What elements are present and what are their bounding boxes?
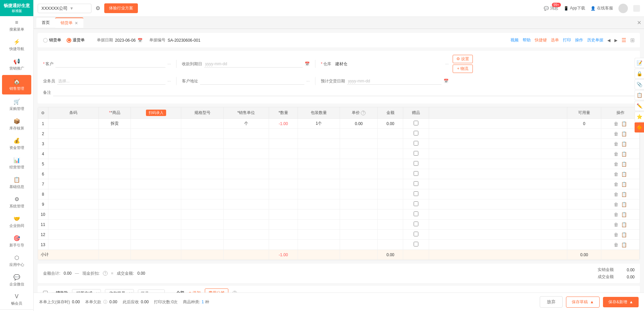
shortcut-link[interactable]: 快捷键 (535, 37, 547, 43)
cell-product[interactable] (99, 189, 130, 199)
draft-dropdown-icon[interactable]: ▲ (590, 300, 594, 304)
discount-help-icon[interactable]: ? (103, 271, 108, 276)
cell-pkg-qty[interactable] (298, 169, 340, 179)
cell-amount[interactable] (378, 189, 403, 199)
barcode-input[interactable] (63, 152, 83, 156)
customer-input[interactable] (55, 61, 165, 68)
barcode-input[interactable] (63, 172, 83, 177)
gift-checkbox[interactable] (414, 232, 418, 236)
cell-spec[interactable] (181, 169, 224, 179)
cell-amount[interactable] (378, 199, 403, 209)
cell-spec[interactable] (181, 230, 224, 240)
cell-pkg-qty[interactable] (298, 199, 340, 209)
cell-barcode[interactable] (48, 209, 99, 220)
cell-pkg-qty[interactable] (298, 149, 340, 159)
cell-qty[interactable]: -1.00 (269, 119, 298, 129)
copy-row-icon[interactable]: 📋 (620, 182, 628, 187)
sidebar-item-marketing[interactable]: 📢 营销推广 (0, 55, 33, 74)
cell-qty[interactable] (269, 149, 298, 159)
cell-qty[interactable] (269, 189, 298, 199)
cell-gift[interactable] (403, 129, 429, 139)
gift-checkbox[interactable] (414, 161, 418, 166)
cell-qty[interactable] (269, 139, 298, 149)
barcode-input[interactable] (63, 222, 83, 227)
calc-method-select[interactable]: 结算方式 (72, 289, 101, 293)
delete-row-icon[interactable]: 🗑 (613, 212, 619, 217)
cell-unit[interactable] (223, 189, 269, 199)
cell-price[interactable] (340, 220, 378, 230)
delete-row-icon[interactable]: 🗑 (613, 192, 619, 197)
cell-qty[interactable] (269, 209, 298, 220)
tab-home[interactable]: 首页 (36, 18, 55, 28)
gift-checkbox[interactable] (414, 191, 418, 196)
table-gear-icon[interactable]: ⚙ (41, 111, 45, 115)
barcode-input[interactable] (63, 232, 83, 237)
sidebar-item-wechat[interactable]: 💬 企业微信 (0, 271, 33, 290)
cell-spec[interactable] (181, 119, 224, 129)
delete-row-icon[interactable]: 🗑 (613, 222, 619, 227)
cell-pkg-qty[interactable] (298, 179, 340, 189)
cell-product[interactable] (99, 240, 130, 250)
cell-gift[interactable] (403, 209, 429, 220)
cell-barcode[interactable] (48, 179, 99, 189)
salesperson-more-icon[interactable]: ··· (167, 79, 171, 83)
gift-checkbox[interactable] (414, 211, 418, 216)
th-scan[interactable]: 扫码录入 (131, 107, 181, 119)
cell-product[interactable] (99, 209, 130, 220)
cell-price[interactable] (340, 169, 378, 179)
float-mark-btn[interactable]: 🔶 (635, 122, 644, 132)
setup-btn[interactable]: ⚙ 设置 (453, 55, 473, 63)
cell-barcode[interactable] (48, 169, 99, 179)
cell-barcode[interactable] (48, 230, 99, 240)
cell-amount[interactable] (378, 220, 403, 230)
copy-row-icon[interactable]: 📋 (620, 141, 628, 147)
cell-spec[interactable] (181, 199, 224, 209)
cell-barcode[interactable] (48, 220, 99, 230)
sidebar-item-app-center[interactable]: ⬡ 应用中心 (0, 251, 33, 271)
gift-checkbox[interactable] (414, 201, 418, 206)
product-type-value[interactable]: 1 (201, 300, 204, 304)
expense-split-btn[interactable]: 费用分摊 (205, 288, 228, 293)
cell-amount[interactable] (378, 179, 403, 189)
view-list-icon[interactable]: ☰ (621, 37, 626, 43)
cell-spec[interactable] (181, 209, 224, 220)
user-avatar[interactable] (618, 4, 628, 13)
payment-due-calendar-icon[interactable]: 📅 (305, 62, 310, 66)
cell-product[interactable] (99, 159, 130, 169)
cell-unit[interactable] (223, 220, 269, 230)
add-btn[interactable]: ⊕ 添加 (188, 290, 201, 293)
cell-price[interactable] (340, 139, 378, 149)
cell-price[interactable] (340, 189, 378, 199)
company-selector[interactable]: XXXXXX公司 ▼ (38, 4, 91, 13)
radio-sale[interactable]: 销货单 (43, 37, 61, 43)
salesperson-input[interactable] (57, 78, 165, 85)
account-select[interactable]: 收款账号 (105, 289, 134, 293)
cell-qty[interactable] (269, 129, 298, 139)
copy-row-icon[interactable]: 📋 (620, 121, 628, 126)
cell-qty[interactable] (269, 220, 298, 230)
sidebar-item-guide[interactable]: 🎯 新手引导 (0, 232, 33, 251)
cell-gift[interactable] (403, 230, 429, 240)
copy-row-icon[interactable]: 📋 (620, 192, 628, 197)
delete-row-icon[interactable]: 🗑 (613, 202, 619, 207)
cell-gift[interactable] (403, 139, 429, 149)
radio-return[interactable]: 退货单 (67, 37, 85, 43)
expense-help-icon[interactable]: ? (232, 291, 237, 293)
cell-gift[interactable] (403, 199, 429, 209)
cell-qty[interactable] (269, 169, 298, 179)
float-star-btn[interactable]: ⭐ (635, 112, 644, 122)
cell-spec[interactable] (181, 179, 224, 189)
cell-unit[interactable] (223, 209, 269, 220)
cell-spec[interactable] (181, 189, 224, 199)
copy-row-icon[interactable]: 📋 (620, 212, 628, 217)
delete-row-icon[interactable]: 🗑 (613, 141, 619, 147)
cell-product[interactable] (99, 179, 130, 189)
gift-checkbox[interactable] (414, 181, 418, 186)
customer-more-icon[interactable]: ··· (167, 62, 171, 66)
copy-row-icon[interactable]: 📋 (620, 242, 628, 247)
barcode-input[interactable] (63, 212, 83, 217)
cell-price[interactable] (340, 149, 378, 159)
cell-product[interactable] (99, 230, 130, 240)
cell-pkg-qty[interactable] (298, 220, 340, 230)
payment-due-input[interactable] (204, 61, 303, 68)
